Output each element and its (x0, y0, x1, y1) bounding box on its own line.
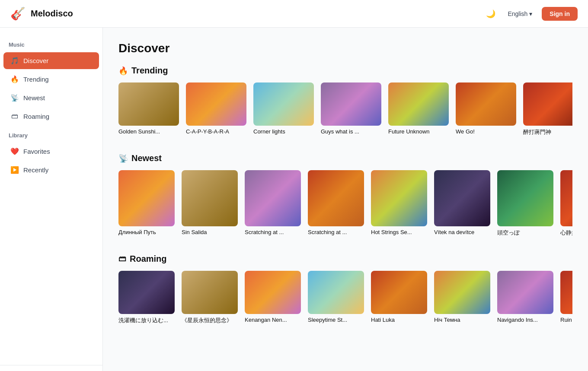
card-nich-temna[interactable]: Ніч Темна (434, 271, 490, 324)
card-thumbnail (182, 271, 238, 314)
roaming-section-icon: 🗃 (118, 254, 126, 263)
card-label: Hati Luka (371, 317, 427, 323)
sidebar-bottom: ✕ 𝐏 ⌥ ☕ Privacy Policy Terms of Service (0, 365, 102, 371)
sidebar: Music 🎵 Discover 🔥 Trending 📡 Newest 🗃 R… (0, 28, 103, 371)
card-thumbnail (497, 271, 553, 314)
newest-cards-grid: Длинный ПутьSin SalidaScratching at ...S… (118, 170, 572, 238)
card-thumbnail (253, 82, 314, 126)
trending-section-title: Trending (131, 66, 168, 76)
moon-icon: 🌙 (486, 10, 495, 18)
card-sleepytime-st[interactable]: Sleepytime St... (308, 271, 364, 324)
sidebar-item-newest-label: Newest (23, 94, 45, 101)
newest-section-title: Newest (131, 153, 162, 163)
sidebar-item-trending[interactable]: 🔥 Trending (3, 71, 99, 88)
card-thumbnail (118, 170, 175, 226)
card-thumbnail (186, 82, 246, 126)
card-label: 心静如水 (560, 229, 572, 237)
logo-icon: 🎸 (10, 6, 26, 21)
card-thumbnail (308, 271, 364, 314)
play-icon: ▶️ (10, 166, 19, 174)
language-label: English (508, 10, 527, 17)
sidebar-item-favorites-label: Favorites (23, 148, 50, 155)
card-xingchen-yongheng[interactable]: 《星辰永恒的思念》 (182, 271, 238, 324)
sidebar-item-favorites[interactable]: ❤️ Favorites (3, 143, 99, 160)
card-hot-strings-se[interactable]: Hot Strings Se... (371, 170, 427, 237)
card-golden-sunshine[interactable]: Golden Sunshi... (118, 82, 179, 136)
card-label: Corner lights (253, 128, 314, 135)
card-thumbnail (560, 170, 572, 226)
topbar-right: 🌙 English ▾ Sign in (483, 6, 578, 21)
trending-section-header: 🔥 Trending (118, 66, 572, 76)
sidebar-item-discover[interactable]: 🎵 Discover (3, 52, 99, 69)
card-kenangan-nen[interactable]: Kenangan Nen... (245, 271, 301, 324)
app-name: Melodisco (31, 9, 73, 19)
card-navigando-ins[interactable]: Navigando Ins... (497, 271, 553, 324)
fire-icon: 🔥 (10, 75, 19, 83)
fire-section-icon: 🔥 (118, 66, 128, 76)
card-ruin-old-bars[interactable]: Ruin Old Bars (560, 271, 572, 324)
page-title: Discover (118, 41, 572, 55)
roaming-icon: 🗃 (10, 112, 19, 120)
roaming-section-title: Roaming (130, 254, 167, 264)
card-label: Future Unknown (388, 128, 449, 135)
sidebar-item-recently[interactable]: ▶️ Recently (3, 162, 99, 178)
card-vitek-na-devitce[interactable]: Vítek na devítce (434, 170, 490, 237)
sidebar-item-trending-label: Trending (23, 76, 49, 83)
card-label: Golden Sunshi... (118, 128, 179, 135)
card-thumbnail (321, 82, 381, 126)
sidebar-item-newest[interactable]: 📡 Newest (3, 89, 99, 106)
card-thumbnail (497, 170, 553, 226)
card-thumbnail (371, 170, 427, 226)
roaming-cards-grid: 洗濯機に放り込む...《星辰永恒的思念》Kenangan Nen...Sleep… (118, 271, 572, 326)
signin-button[interactable]: Sign in (542, 7, 578, 21)
card-dlinnyy-put[interactable]: Длинный Путь (118, 170, 175, 237)
card-label: We Go! (456, 128, 516, 135)
card-thumbnail (245, 170, 301, 226)
card-zui-da-men-shen[interactable]: 醉打蔣門神 (523, 82, 572, 136)
roaming-section: 🗃 Roaming 洗濯機に放り込む...《星辰永恒的思念》Kenangan N… (118, 254, 572, 326)
language-selector[interactable]: English ▾ (503, 8, 537, 20)
dark-mode-button[interactable]: 🌙 (483, 6, 498, 21)
card-thumbnail (308, 170, 364, 226)
card-label: Sleepytime St... (308, 317, 364, 323)
newest-section-header: 📡 Newest (118, 153, 572, 163)
app-layout: Music 🎵 Discover 🔥 Trending 📡 Newest 🗃 R… (0, 28, 588, 371)
card-label: 醉打蔣門神 (523, 128, 572, 136)
card-we-go[interactable]: We Go! (456, 82, 516, 136)
card-label: 《星辰永恒的思念》 (182, 317, 238, 324)
card-thumbnail (371, 271, 427, 314)
card-thumbnail (182, 170, 238, 226)
card-thumbnail (118, 82, 179, 126)
card-sin-salida[interactable]: Sin Salida (182, 170, 238, 237)
trending-cards-grid: Golden Sunshi...C-A-P-Y-B-A-R-ACorner li… (118, 82, 572, 138)
card-thumbnail (434, 170, 490, 226)
card-thumbnail (523, 82, 572, 126)
card-label: C-A-P-Y-B-A-R-A (186, 128, 246, 135)
card-scratching-at-1[interactable]: Scratching at ... (245, 170, 301, 237)
card-guys-what-is[interactable]: Guys what is ... (321, 82, 381, 136)
card-corner-lights[interactable]: Corner lights (253, 82, 314, 136)
newest-section: 📡 Newest Длинный ПутьSin SalidaScratchin… (118, 153, 572, 238)
card-xin-jing-ru-shui-1[interactable]: 心静如水 (560, 170, 572, 237)
topbar-left: 🎸 Melodisco (10, 6, 73, 21)
heart-icon: ❤️ (10, 147, 19, 155)
rss-icon: 📡 (10, 94, 19, 102)
sidebar-item-recently-label: Recently (23, 166, 48, 174)
music-section-label: Music (0, 35, 102, 51)
card-label: 洗濯機に放り込む... (118, 317, 175, 324)
library-section-label: Library (0, 125, 102, 142)
card-hati-luka[interactable]: Hati Luka (371, 271, 427, 324)
card-thumbnail (434, 271, 490, 314)
sidebar-item-roaming[interactable]: 🗃 Roaming (3, 108, 99, 124)
card-label: 頭空っぽ (497, 229, 553, 237)
card-scratching-at-2[interactable]: Scratching at ... (308, 170, 364, 237)
card-washing-machine[interactable]: 洗濯機に放り込む... (118, 271, 175, 324)
card-c-a-p-y[interactable]: C-A-P-Y-B-A-R-A (186, 82, 246, 136)
music-icon: 🎵 (10, 57, 19, 65)
sidebar-item-roaming-label: Roaming (23, 113, 49, 120)
card-future-unknown[interactable]: Future Unknown (388, 82, 449, 136)
card-thumbnail (118, 271, 175, 314)
roaming-section-header: 🗃 Roaming (118, 254, 572, 264)
card-label: Sin Salida (182, 229, 238, 235)
card-atama-tsubo[interactable]: 頭空っぽ (497, 170, 553, 237)
